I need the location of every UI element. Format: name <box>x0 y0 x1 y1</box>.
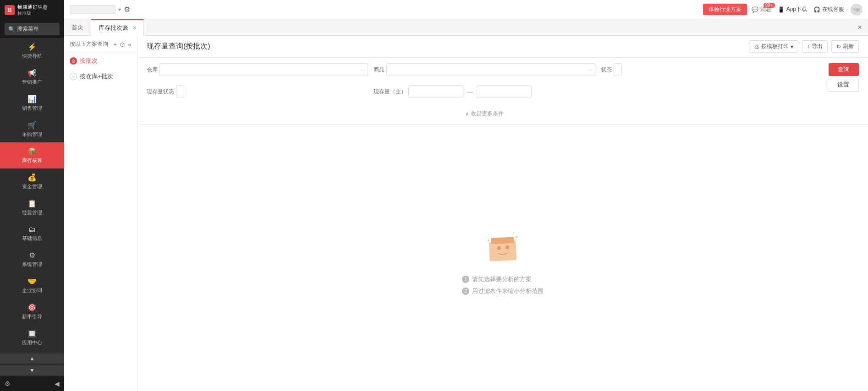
sidebar-item-wechat[interactable]: 💬 企业微信 <box>0 351 64 353</box>
hint-num-2: 2 <box>462 288 469 295</box>
warehouse-input[interactable] <box>159 63 368 76</box>
status-label: 状态 <box>601 66 612 74</box>
filter-status: 状态 <box>601 63 822 76</box>
sidebar-collapse-button[interactable]: ◀ <box>55 380 60 387</box>
by-warehouse-batch-icon: ○ <box>70 73 77 80</box>
inventory-icon: 📦 <box>27 147 37 156</box>
sidebar-item-finance[interactable]: 💰 资金管理 <box>0 168 64 195</box>
query-button[interactable]: 查询 <box>829 63 859 76</box>
svg-point-3 <box>505 245 509 249</box>
sidebar-item-newbie[interactable]: 🎯 新手引导 <box>0 299 64 325</box>
right-panel: 现存量查询(按批次) 🖨 按模板打印 ▾ ↑ 导出 ↻ 刷新 <box>137 36 868 391</box>
export-label: 导出 <box>812 43 823 50</box>
phone-icon: 📱 <box>778 6 785 13</box>
sidebar-item-system[interactable]: ⚙ 系统管理 <box>0 246 64 272</box>
refresh-label: 刷新 <box>843 43 854 50</box>
hint-item-2: 2 用过滤条件来缩小分析范围 <box>462 287 544 295</box>
enterprise-icon: 🤝 <box>27 277 37 286</box>
sidebar-item-quick[interactable]: ⚡ 快捷导航 <box>0 38 64 64</box>
sidebar-item-enterprise[interactable]: 🤝 企业协同 <box>0 272 64 299</box>
hint-item-1: 1 请先选择要分析的方案 <box>462 275 544 283</box>
inventory-status-select[interactable] <box>176 85 184 98</box>
headset-icon: 🎧 <box>813 6 820 13</box>
sidebar-item-purchase[interactable]: 🛒 采购管理 <box>0 116 64 142</box>
sidebar-item-sales[interactable]: 📊 销售管理 <box>0 90 64 116</box>
svg-point-2 <box>497 246 501 250</box>
app-logo: B <box>5 5 15 15</box>
inventory-quantity-from-input[interactable] <box>408 85 463 98</box>
online-service-label: 在线客服 <box>822 5 844 13</box>
collapse-button[interactable]: ∧ 收起更多条件 <box>465 110 504 118</box>
page-title: 现存量查询(按批次) <box>147 42 210 51</box>
tab-panel-close-button[interactable]: × <box>852 19 868 36</box>
page-header-actions: 🖨 按模板打印 ▾ ↑ 导出 ↻ 刷新 <box>749 40 859 53</box>
newbie-icon: 🎯 <box>27 303 37 312</box>
sidebar-item-marketing[interactable]: 📢 营销推广 <box>0 64 64 90</box>
search-menu-button[interactable]: 🔍 搜索菜单 <box>5 23 60 35</box>
tab-batch[interactable]: 库存批次账 × <box>91 19 144 36</box>
app-edition: 标准版 <box>17 10 48 16</box>
marketing-icon: 📢 <box>27 69 37 77</box>
left-panel-collapse-button[interactable]: « <box>128 41 132 48</box>
basic-icon: 🗂 <box>28 225 36 234</box>
page-header: 现存量查询(按批次) 🖨 按模板打印 ▾ ↑ 导出 ↻ 刷新 <box>137 36 868 58</box>
sidebar-label-marketing: 营销推广 <box>22 79 42 86</box>
sidebar-scroll-up-button[interactable]: ▲ <box>0 353 64 364</box>
by-warehouse-batch-label: 按仓库+批次 <box>80 72 113 81</box>
filter-product: 商品 ··· <box>374 63 595 76</box>
inventory-status-wrapper <box>176 85 368 98</box>
set-button[interactable]: 设置 <box>828 78 859 92</box>
inventory-quantity-label: 现存量（主） <box>374 88 407 96</box>
sidebar-scroll-down-button[interactable]: ▼ <box>0 365 64 375</box>
sidebar-item-apps[interactable]: 🔲 应用中心 <box>0 325 64 351</box>
sidebar-item-operation[interactable]: 📋 经营管理 <box>0 195 64 221</box>
trial-button[interactable]: 体验行业方案 <box>703 4 747 15</box>
product-input[interactable] <box>386 63 595 76</box>
sidebar-item-inventory[interactable]: 📦 库存核算 <box>0 142 64 168</box>
print-button[interactable]: 🖨 按模板打印 ▾ <box>749 40 798 53</box>
messages-item[interactable]: 💬 消息 99+ <box>752 5 771 13</box>
hint-text-2: 用过滤条件来缩小分析范围 <box>472 287 544 295</box>
hint-num-1: 1 <box>462 276 469 283</box>
messages-badge: 99+ <box>764 3 775 8</box>
sidebar-label-system: 系统管理 <box>22 261 42 268</box>
refresh-button[interactable]: ↻ 刷新 <box>831 40 859 53</box>
topbar-settings-button[interactable]: ⚙ <box>124 5 130 14</box>
breadcrumb-input[interactable] <box>70 5 115 14</box>
avatar: Rit <box>851 4 863 16</box>
sidebar-footer: ⚙ ◀ <box>0 376 64 391</box>
sidebar-settings-button[interactable]: ⚙ <box>5 380 11 387</box>
online-service-item[interactable]: 🎧 在线客服 <box>813 5 844 13</box>
status-select[interactable] <box>614 63 622 76</box>
topbar-right: 💬 消息 99+ 📱 App下载 🎧 在线客服 Rit <box>752 4 863 16</box>
sidebar-header: B 畅康通好生意 标准版 <box>0 0 64 20</box>
export-icon: ↑ <box>807 43 810 50</box>
collapse-row: ∧ 收起更多条件 <box>147 107 822 119</box>
chevron-down-icon: ▾ <box>118 6 121 13</box>
sidebar-scroll-up-area: ▲ <box>0 353 64 364</box>
warehouse-label: 仓库 <box>147 66 158 74</box>
export-button[interactable]: ↑ 导出 <box>802 40 828 53</box>
product-label: 商品 <box>374 66 385 74</box>
left-panel-actions: + ⊙ « <box>113 41 132 48</box>
left-panel-title: 按以下方案查询 <box>70 40 108 48</box>
sidebar-label-quick: 快捷导航 <box>22 53 42 60</box>
app-download-item[interactable]: 📱 App下载 <box>778 5 807 13</box>
filter-row-1: 仓库 ··· 商品 ··· <box>147 63 822 76</box>
left-panel-item-by-batch[interactable]: ⊙ 按批次 <box>64 53 137 69</box>
tab-home[interactable]: 首页 <box>64 19 91 36</box>
sidebar-scroll-down-area: ▼ <box>0 364 64 376</box>
warehouse-input-wrapper: ··· <box>159 63 368 76</box>
empty-state: ✦ ✦ ✦ 1 请先选择要分析的方案 2 用过滤条件来缩小分析范围 <box>137 125 868 391</box>
system-icon: ⚙ <box>29 251 35 260</box>
sidebar-label-operation: 经营管理 <box>22 209 42 216</box>
left-panel-settings-button[interactable]: ⊙ <box>120 41 125 48</box>
inventory-quantity-to-input[interactable] <box>477 85 532 98</box>
sidebar-item-basic[interactable]: 🗂 基础信息 <box>0 221 64 246</box>
left-panel-add-button[interactable]: + <box>113 41 117 48</box>
left-panel-item-by-warehouse-batch[interactable]: ○ 按仓库+批次 <box>64 69 137 84</box>
user-avatar-item[interactable]: Rit <box>851 4 863 16</box>
hint-text-1: 请先选择要分析的方案 <box>472 275 532 283</box>
svg-text:✦: ✦ <box>487 238 490 242</box>
tab-batch-close[interactable]: × <box>131 25 136 31</box>
